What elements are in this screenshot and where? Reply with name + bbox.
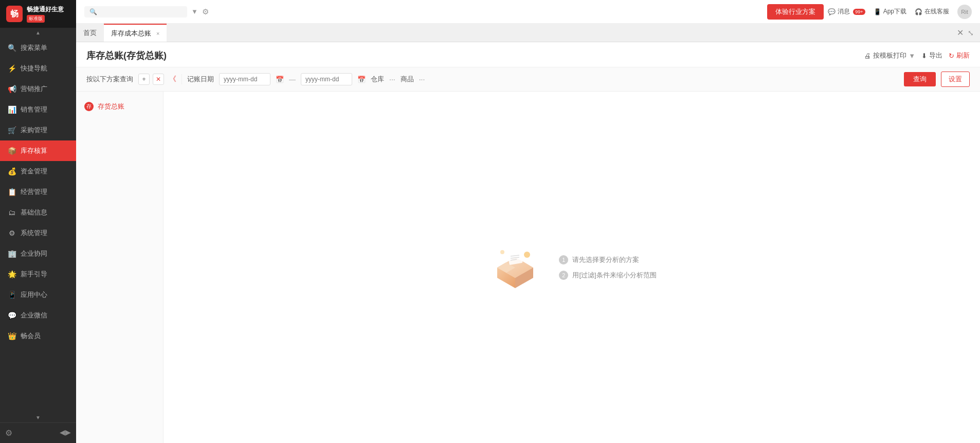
collapse-icon[interactable]: ◀▶ xyxy=(60,428,71,438)
app-download-action[interactable]: 📱 App下载 xyxy=(874,7,906,16)
tabs-close-all-icon[interactable]: ✕ xyxy=(957,28,964,38)
shortcut-icon: ⚡ xyxy=(7,64,16,73)
industry-btn[interactable]: 体验行业方案 xyxy=(767,4,824,20)
messages-action[interactable]: 💬 消息 99+ xyxy=(828,7,865,16)
newbie-icon: 🌟 xyxy=(7,270,16,279)
topbar-actions: 💬 消息 99+ 📱 App下载 🎧 在线客服 Rit xyxy=(828,5,972,19)
product-more-btn[interactable]: ··· xyxy=(419,75,425,83)
remove-scheme-btn[interactable]: ✕ xyxy=(153,74,164,85)
empty-illustration xyxy=(487,239,543,296)
sidebar-item-enterprise[interactable]: 🏢 企业协同 xyxy=(0,243,76,264)
query-row: 按以下方案查询 + ✕ 《 记账日期 📅 — 📅 仓库 ··· 商品 ··· xyxy=(76,67,980,92)
sidebar-item-label: 企业协同 xyxy=(21,249,47,258)
sidebar-item-search[interactable]: 🔍 搜索菜单 xyxy=(0,38,76,58)
sidebar-item-sales[interactable]: 📊 销售管理 xyxy=(0,99,76,120)
sidebar-item-operations[interactable]: 📋 经营管理 xyxy=(0,182,76,202)
print-btn[interactable]: 🖨 按模板打印 ▼ xyxy=(864,51,915,60)
date-start-calendar-icon[interactable]: 📅 xyxy=(276,76,284,83)
topbar-gear-icon[interactable]: ⚙ xyxy=(202,7,209,16)
tab-active-label: 库存成本总账 xyxy=(111,29,151,38)
collapse-filter-btn[interactable]: 《 xyxy=(169,75,176,84)
appstore-icon: 📱 xyxy=(7,290,16,299)
sidebar-item-label: 应用中心 xyxy=(21,290,47,299)
sidebar-item-purchase[interactable]: 🛒 采购管理 xyxy=(0,120,76,140)
sidebar-item-label: 企业微信 xyxy=(21,311,47,320)
finance-icon: 💰 xyxy=(7,167,16,176)
print-label: 按模板打印 xyxy=(873,51,906,60)
logo-text-block: 畅捷通好生意 标准版 xyxy=(27,5,64,23)
settings-icon[interactable]: ⚙ xyxy=(5,428,12,438)
product-label-text: 商品 xyxy=(401,75,414,84)
date-start-input[interactable] xyxy=(219,73,270,85)
sidebar-item-marketing[interactable]: 📢 营销推广 xyxy=(0,79,76,99)
system-icon: ⚙ xyxy=(7,228,16,238)
date-end-input[interactable] xyxy=(301,73,352,85)
inventory-ledger-icon: 存 xyxy=(84,102,94,111)
export-btn[interactable]: ⬇ 导出 xyxy=(921,51,942,60)
sales-icon: 📊 xyxy=(7,105,16,114)
empty-tip-1-text: 请先选择要分析的方案 xyxy=(572,255,639,264)
tabs-expand-icon[interactable]: ⤡ xyxy=(968,29,974,37)
warehouse-more-btn[interactable]: ··· xyxy=(389,75,395,83)
empty-tips: 1 请先选择要分析的方案 2 用[过滤]条件来缩小分析范围 xyxy=(559,255,656,280)
member-icon: 👑 xyxy=(7,331,16,341)
setting-button[interactable]: 设置 xyxy=(941,72,970,87)
logo-icon: 畅 xyxy=(6,6,23,22)
sidebar-item-label: 快捷导航 xyxy=(21,64,47,73)
svg-point-5 xyxy=(524,252,530,258)
page-content: 库存总账(存货总账) 🖨 按模板打印 ▼ ⬇ 导出 ↻ 刷新 按以下方案查询 xyxy=(76,42,980,443)
app-download-label: App下载 xyxy=(883,7,906,16)
topbar-search[interactable]: 🔍 xyxy=(84,6,187,17)
scroll-up-btn[interactable]: ▲ xyxy=(0,28,76,38)
tab-close-icon[interactable]: × xyxy=(156,30,159,37)
svg-point-6 xyxy=(500,250,504,254)
warehouse-label: 仓库 xyxy=(371,75,384,84)
sidebar-item-label: 采购管理 xyxy=(21,126,47,135)
query-button[interactable]: 查询 xyxy=(904,72,936,86)
date-separator: — xyxy=(289,76,296,83)
online-service-action[interactable]: 🎧 在线客服 xyxy=(915,7,949,16)
tip-num-1: 1 xyxy=(559,255,568,264)
filter-option-inventory-ledger[interactable]: 存 存货总账 xyxy=(76,97,163,116)
tab-inventory-ledger[interactable]: 库存成本总账 × xyxy=(104,24,167,42)
inventory-icon: 📦 xyxy=(7,146,16,155)
sidebar-item-newbie[interactable]: 🌟 新手引导 xyxy=(0,264,76,285)
date-end-calendar-icon[interactable]: 📅 xyxy=(357,76,366,83)
refresh-icon: ↻ xyxy=(949,52,954,60)
topbar-chevron[interactable]: ▼ xyxy=(191,8,198,15)
add-scheme-btn[interactable]: + xyxy=(138,74,150,85)
tip-num-2: 2 xyxy=(559,271,568,280)
date-label-text: 记账日期 xyxy=(187,75,214,84)
user-avatar[interactable]: Rit xyxy=(957,5,972,19)
sidebar-item-label: 新手引导 xyxy=(21,270,47,279)
sidebar-item-label: 搜索菜单 xyxy=(21,43,47,52)
sidebar-item-member[interactable]: 👑 畅会员 xyxy=(0,326,76,346)
sidebar-item-label: 经营管理 xyxy=(21,187,47,197)
sidebar-item-appstore[interactable]: 📱 应用中心 xyxy=(0,285,76,305)
product-label: 商品 xyxy=(401,75,414,84)
empty-tip-2-text: 用[过滤]条件来缩小分析范围 xyxy=(572,271,656,280)
export-icon: ⬇ xyxy=(921,52,927,60)
sidebar-item-label: 营销推广 xyxy=(21,84,47,94)
message-icon: 💬 xyxy=(828,8,836,15)
tab-home[interactable]: 首页 xyxy=(76,24,104,42)
topbar-search-icon: 🔍 xyxy=(89,8,97,15)
sidebar-item-wechat[interactable]: 💬 企业微信 xyxy=(0,305,76,326)
empty-state: 1 请先选择要分析的方案 2 用[过滤]条件来缩小分析范围 xyxy=(487,239,656,296)
sidebar-item-basic[interactable]: 🗂 基础信息 xyxy=(0,202,76,223)
filter-action-group: + ✕ xyxy=(138,74,164,85)
refresh-btn[interactable]: ↻ 刷新 xyxy=(949,51,970,60)
sidebar-item-inventory[interactable]: 📦 库存核算 xyxy=(0,140,76,161)
filter-sidebar: 存 存货总账 xyxy=(76,92,164,443)
enterprise-icon: 🏢 xyxy=(7,249,16,258)
page-title: 库存总账(存货总账) xyxy=(86,49,167,62)
user-name: Rit xyxy=(961,9,968,15)
scroll-down-btn[interactable]: ▼ xyxy=(0,413,76,422)
print-icon: 🖨 xyxy=(864,52,871,60)
sidebar-item-label: 系统管理 xyxy=(21,228,47,238)
sidebar-item-shortcut[interactable]: ⚡ 快捷导航 xyxy=(0,58,76,79)
tab-home-label: 首页 xyxy=(83,28,97,38)
sidebar-item-system[interactable]: ⚙ 系统管理 xyxy=(0,223,76,243)
sidebar-item-finance[interactable]: 💰 资金管理 xyxy=(0,161,76,182)
filter-option-label: 存货总账 xyxy=(98,102,124,111)
